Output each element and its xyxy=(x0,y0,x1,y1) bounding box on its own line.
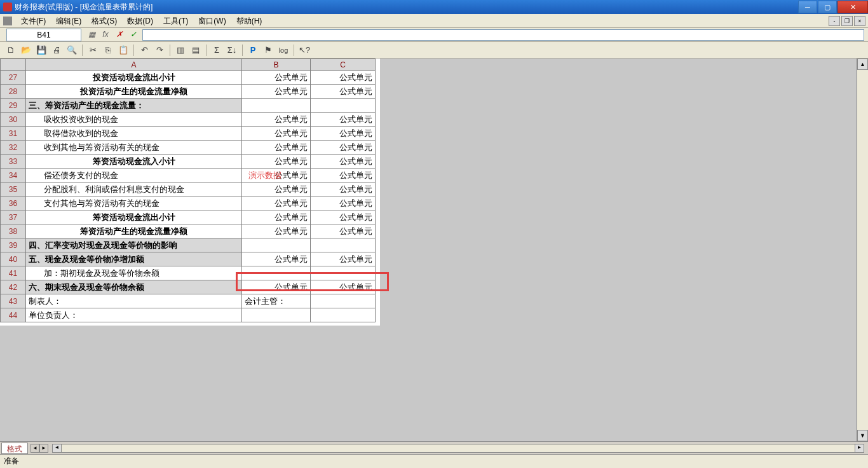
fx-label[interactable]: fx xyxy=(100,30,111,40)
cell[interactable]: 四、汇率变动对现金及现金等价物的影响 xyxy=(26,238,242,252)
redo-icon[interactable]: ↷ xyxy=(153,43,166,57)
cell[interactable]: 公式单元 xyxy=(311,196,376,210)
cell[interactable]: 公式单元 xyxy=(242,113,311,127)
cell[interactable]: 六、期末现金及现金等价物余额 xyxy=(26,280,242,294)
select-all-corner[interactable] xyxy=(1,59,26,71)
cell[interactable]: 公式单元 xyxy=(242,85,311,99)
p-icon[interactable]: P xyxy=(246,43,260,57)
cell[interactable]: 取得借款收到的现金 xyxy=(26,127,242,141)
cell[interactable] xyxy=(242,308,311,322)
cell[interactable]: 公式单元 xyxy=(311,169,376,182)
cell[interactable]: 公式单元 xyxy=(311,210,376,224)
cell[interactable]: 公式单元 xyxy=(311,127,376,141)
cell[interactable]: 公式单元 xyxy=(242,169,311,182)
col-icon[interactable]: ▥ xyxy=(173,43,187,57)
cell[interactable]: 公式单元 xyxy=(242,224,311,238)
horizontal-scrollbar[interactable]: ◄ ► xyxy=(52,444,864,453)
cell[interactable] xyxy=(311,238,376,252)
formula-input[interactable] xyxy=(142,29,864,41)
cell[interactable]: 公式单元 xyxy=(311,141,376,155)
cell[interactable]: 公式单元 xyxy=(311,224,376,238)
cell[interactable]: 收到其他与筹资活动有关的现金 xyxy=(26,141,242,155)
row-header[interactable]: 33 xyxy=(1,155,26,169)
sum-icon[interactable]: Σ xyxy=(210,43,224,57)
cell[interactable] xyxy=(242,266,311,280)
sheet-icon[interactable]: ▦ xyxy=(86,30,97,40)
row-icon[interactable]: ▤ xyxy=(189,43,203,57)
save-icon[interactable]: 💾 xyxy=(34,43,48,57)
cell[interactable] xyxy=(311,294,376,308)
cell[interactable] xyxy=(311,99,376,113)
cell[interactable]: 制表人： xyxy=(26,294,242,308)
cell[interactable]: 公式单元 xyxy=(311,155,376,169)
cell[interactable]: 公式单元 xyxy=(242,280,311,294)
row-header[interactable]: 43 xyxy=(1,294,26,308)
row-header[interactable]: 36 xyxy=(1,196,26,210)
mdi-close-button[interactable]: × xyxy=(854,16,865,26)
cell[interactable]: 吸收投资收到的现金 xyxy=(26,113,242,127)
cell[interactable] xyxy=(242,238,311,252)
row-header[interactable]: 34 xyxy=(1,169,26,182)
cell[interactable]: 五、现金及现金等价物净增加额 xyxy=(26,252,242,266)
col-header-a[interactable]: A xyxy=(26,59,242,71)
open-icon[interactable]: 📂 xyxy=(19,43,33,57)
cell[interactable]: 筹资活动现金流入小计 xyxy=(26,155,242,169)
cell[interactable]: 偿还债务支付的现金 xyxy=(26,169,242,182)
print-icon[interactable]: 🖨 xyxy=(50,43,64,57)
cell[interactable]: 投资活动现金流出小计 xyxy=(26,71,242,85)
cell[interactable]: 公式单元 xyxy=(242,71,311,85)
cell[interactable]: 公式单元 xyxy=(242,127,311,141)
menu-tools[interactable]: 工具(T) xyxy=(158,15,193,27)
menu-window[interactable]: 窗口(W) xyxy=(193,15,231,27)
cell[interactable] xyxy=(311,308,376,322)
mdi-restore-button[interactable]: ❐ xyxy=(841,16,853,26)
scroll-left-icon[interactable]: ◄ xyxy=(53,444,62,452)
mdi-minimize-button[interactable]: - xyxy=(829,16,840,26)
sigma-icon[interactable]: Σ↓ xyxy=(225,43,239,57)
scroll-right-icon[interactable]: ► xyxy=(855,444,864,452)
cancel-icon[interactable]: ✗ xyxy=(114,30,125,40)
cell[interactable]: 公式单元 xyxy=(242,210,311,224)
cell[interactable]: 筹资活动现金流出小计 xyxy=(26,210,242,224)
cell[interactable]: 公式单元 xyxy=(242,155,311,169)
row-header[interactable]: 37 xyxy=(1,210,26,224)
tab-nav-right-icon[interactable]: ► xyxy=(39,444,48,453)
cell[interactable] xyxy=(242,99,311,113)
log-icon[interactable]: log xyxy=(276,43,290,57)
cell[interactable]: 支付其他与筹资活动有关的现金 xyxy=(26,196,242,210)
close-button[interactable]: ✕ xyxy=(837,1,868,13)
sheet-tab[interactable]: 格式 xyxy=(1,443,28,454)
cell[interactable]: 三、筹资活动产生的现金流量： xyxy=(26,99,242,113)
row-header[interactable]: 38 xyxy=(1,224,26,238)
minimize-button[interactable]: ─ xyxy=(798,1,817,13)
cell[interactable]: 公式单元 xyxy=(242,196,311,210)
row-header[interactable]: 30 xyxy=(1,113,26,127)
cell[interactable]: 筹资活动产生的现金流量净额 xyxy=(26,224,242,238)
col-header-b[interactable]: B xyxy=(242,59,311,71)
cell[interactable]: 单位负责人： xyxy=(26,308,242,322)
cell[interactable]: 投资活动产生的现金流量净额 xyxy=(26,85,242,99)
maximize-button[interactable]: ▢ xyxy=(818,1,837,13)
scroll-down-icon[interactable]: ▼ xyxy=(857,430,868,441)
cell[interactable]: 公式单元 xyxy=(242,141,311,155)
row-header[interactable]: 31 xyxy=(1,127,26,141)
menu-help[interactable]: 帮助(H) xyxy=(231,15,268,27)
preview-icon[interactable]: 🔍 xyxy=(65,43,79,57)
row-header[interactable]: 29 xyxy=(1,99,26,113)
copy-icon[interactable]: ⎘ xyxy=(101,43,115,57)
new-icon[interactable]: 🗋 xyxy=(4,43,18,57)
row-header[interactable]: 40 xyxy=(1,252,26,266)
cell[interactable]: 分配股利、利润或偿付利息支付的现金 xyxy=(26,182,242,196)
row-header[interactable]: 35 xyxy=(1,182,26,196)
tab-nav-left-icon[interactable]: ◄ xyxy=(31,444,39,453)
cell-reference[interactable]: B41 xyxy=(6,29,81,41)
row-header[interactable]: 32 xyxy=(1,141,26,155)
row-header[interactable]: 41 xyxy=(1,266,26,280)
undo-icon[interactable]: ↶ xyxy=(137,43,151,57)
scroll-up-icon[interactable]: ▲ xyxy=(857,59,868,70)
cell[interactable] xyxy=(311,266,376,280)
row-header[interactable]: 39 xyxy=(1,238,26,252)
menu-data[interactable]: 数据(D) xyxy=(122,15,158,27)
spreadsheet-grid[interactable]: A B C 27投资活动现金流出小计公式单元公式单元28投资活动产生的现金流量净… xyxy=(0,59,857,441)
menu-format[interactable]: 格式(S) xyxy=(86,15,122,27)
